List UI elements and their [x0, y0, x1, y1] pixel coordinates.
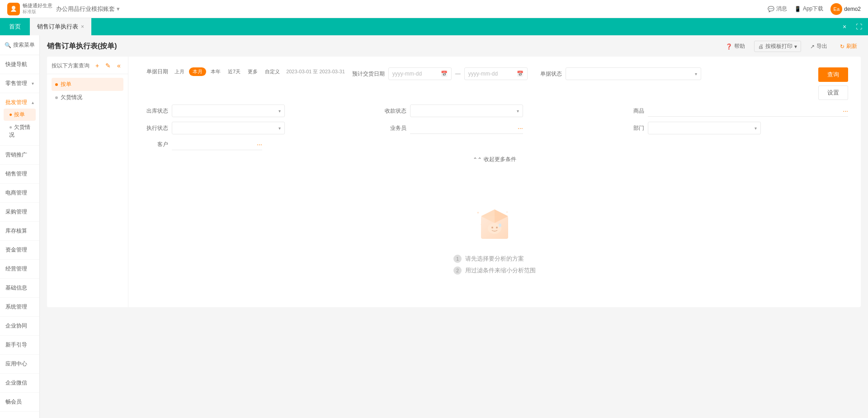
message-button[interactable]: 💬 消息 [768, 5, 787, 13]
delivery-status-select[interactable]: ▾ [172, 104, 285, 117]
sidebar-item-marketing[interactable]: 营销推广 [0, 146, 39, 165]
payment-chevron: ▾ [517, 109, 519, 114]
username-label: demo2 [844, 6, 861, 12]
sidebar-item-retail[interactable]: 零售管理 ▾ [0, 74, 39, 93]
date-label: 单据日期 [141, 68, 168, 76]
this-year-btn[interactable]: 本年 [208, 67, 223, 76]
collapse-icon: ⌃⌃ [473, 157, 482, 163]
expected-date-end[interactable]: yyyy-mm-dd 📅 [464, 67, 528, 80]
custom-btn[interactable]: 自定义 [262, 67, 283, 76]
query-button[interactable]: 查询 [818, 67, 848, 82]
sidebar-item-wechat[interactable]: 企业微信 [0, 374, 39, 393]
logo-text-area: 畅捷通好生意 标准版 [23, 3, 52, 15]
export-icon: ↗ [810, 43, 815, 50]
sidebar-item-newbie[interactable]: 新手引导 [0, 336, 39, 355]
salesperson-label: 业务员 [379, 124, 406, 132]
logo-area[interactable]: 畅捷通好生意 标准版 [7, 3, 52, 15]
sidebar-item-sales[interactable]: 销售管理 [0, 165, 39, 184]
sidebar-item-quick-nav[interactable]: 快捷导航 [0, 55, 39, 74]
payment-status-select[interactable]: ▾ [410, 104, 523, 117]
sidebar-item-operations[interactable]: 经营管理 [0, 260, 39, 279]
app-download-button[interactable]: 📱 App下载 [794, 5, 823, 13]
settings-button[interactable]: 设置 [818, 86, 848, 100]
left-panel-edit-btn[interactable]: ✎ [104, 61, 113, 70]
help-btn[interactable]: ❓ 帮助 [722, 41, 749, 52]
status-select[interactable]: ▾ [566, 67, 701, 80]
svg-point-5 [499, 223, 501, 227]
empty-state: ✦ ✦ ✦ 1 请先选择要分析的方案 2 用过滤条件来缩小分析范围 [134, 173, 855, 302]
svg-point-0 [12, 6, 15, 10]
sidebar-item-appstore[interactable]: 应用中心 [0, 355, 39, 374]
calendar-icon-start: 📅 [441, 71, 448, 77]
search-icon: 🔍 [5, 42, 11, 48]
tab-home[interactable]: 首页 [0, 18, 30, 35]
main-content-panel: 按以下方案查询 + ✎ « [47, 57, 861, 307]
print-icon: 🖨 [758, 43, 764, 50]
exec-status-select[interactable]: ▾ [172, 122, 285, 134]
tab-maximize-btn[interactable]: ⛶ [854, 21, 864, 32]
recent7-btn[interactable]: 近7天 [225, 67, 243, 76]
sidebar-item-inventory[interactable]: 库存核算 [0, 222, 39, 241]
left-panel-actions: + ✎ « [93, 61, 123, 70]
sidebar-sub-item-debt[interactable]: ● 欠货情况 [4, 121, 36, 141]
sidebar-item-enterprise[interactable]: 企业协同 [0, 317, 39, 336]
header-left: 畅捷通好生意 标准版 办公用品行业模拟账套 ▾ [7, 3, 120, 15]
status-chevron: ▾ [695, 71, 697, 76]
left-panel-header: 按以下方案查询 + ✎ « [47, 61, 128, 74]
top-header: 畅捷通好生意 标准版 办公用品行业模拟账套 ▾ 💬 消息 📱 App下载 Ea … [0, 0, 868, 18]
tab-bar-right: × ⛶ [839, 21, 868, 32]
customer-input[interactable]: ··· [172, 139, 262, 150]
message-icon: 💬 [768, 6, 774, 12]
expected-date-start[interactable]: yyyy-mm-dd 📅 [388, 67, 452, 80]
current-month-btn[interactable]: 本月 [189, 67, 206, 76]
refresh-btn[interactable]: ↻ 刷新 [836, 41, 861, 52]
delivery-chevron: ▾ [278, 109, 281, 114]
department-select[interactable]: ▾ [648, 122, 761, 134]
tab-sales-order-exec[interactable]: 销售订单执行表 × [30, 18, 91, 35]
sidebar-search-btn[interactable]: 🔍 搜索菜单 [4, 39, 36, 51]
left-panel-item-order[interactable]: 按单 [52, 78, 123, 91]
tab-minimize-btn[interactable]: × [839, 21, 850, 32]
sub-item-dot-active: ● [9, 111, 14, 118]
logo-text: 畅捷通好生意 [23, 3, 52, 9]
salesperson-input[interactable]: ··· [410, 123, 523, 134]
tab-close-icon[interactable]: × [81, 24, 84, 30]
sidebar-item-ecommerce[interactable]: 电商管理 [0, 184, 39, 203]
goods-label: 商品 [617, 107, 644, 115]
delivery-status-label: 出库状态 [141, 107, 168, 115]
user-menu[interactable]: Ea demo2 [830, 3, 861, 15]
salesperson-more-icon: ··· [518, 124, 523, 132]
left-panel-add-btn[interactable]: + [93, 61, 102, 70]
sidebar-item-basics[interactable]: 基础信息 [0, 279, 39, 298]
date-range-text: 2023-03-01 至 2023-03-31 [286, 68, 345, 75]
svg-point-4 [496, 227, 498, 228]
customer-more-icon: ··· [257, 141, 262, 148]
left-panel-item-debt[interactable]: 欠货情况 [52, 91, 123, 104]
customer-label: 客户 [141, 141, 168, 148]
sidebar-sub-item-order[interactable]: ● 按单 [4, 109, 36, 121]
sidebar-item-member[interactable]: 畅会员 [0, 393, 39, 412]
sidebar-item-wholesale[interactable]: 批发管理 ▴ ● 按单 ● 欠货情况 [0, 93, 39, 146]
svg-point-3 [491, 227, 493, 228]
left-panel-collapse-btn[interactable]: « [114, 61, 123, 70]
download-icon: 📱 [794, 6, 801, 12]
help-icon: ❓ [726, 43, 732, 50]
sidebar-item-finance[interactable]: 资金管理 [0, 241, 39, 260]
header-right: 💬 消息 📱 App下载 Ea demo2 [768, 3, 861, 15]
sidebar-item-system[interactable]: 系统管理 [0, 298, 39, 317]
right-content: 单据日期 上月 本月 本年 近7天 更多 自定义 2023-03-01 至 20… [128, 57, 861, 307]
page-title-bar: 销售订单执行表(按单) ❓ 帮助 🖨 按模板打印 ▾ ↗ 导出 [47, 41, 861, 52]
payment-status-label: 收款状态 [379, 107, 406, 115]
svg-text:✦: ✦ [476, 211, 480, 215]
collapse-btn[interactable]: ⌃⌃ 收起更多条件 [473, 156, 516, 163]
goods-input[interactable]: ··· [648, 105, 848, 117]
sidebar: 🔍 搜索菜单 快捷导航 零售管理 ▾ 批发管理 ▴ ● 按单 [0, 35, 40, 418]
sidebar-item-purchase[interactable]: 采购管理 [0, 203, 39, 222]
prev-month-btn[interactable]: 上月 [172, 67, 187, 76]
template-print-btn[interactable]: 🖨 按模板打印 ▾ [754, 41, 801, 52]
more-btn[interactable]: 更多 [245, 67, 260, 76]
filter-collapse: ⌃⌃ 收起更多条件 [141, 153, 848, 164]
export-btn[interactable]: ↗ 导出 [807, 41, 831, 52]
left-filter-panel: 按以下方案查询 + ✎ « [47, 57, 128, 307]
industry-title[interactable]: 办公用品行业模拟账套 ▾ [56, 5, 120, 13]
